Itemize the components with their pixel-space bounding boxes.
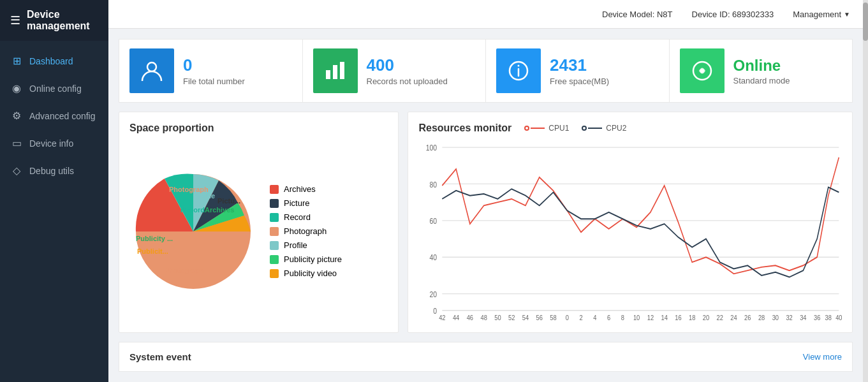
stat-card-records: 400 Records not uploaded — [303, 40, 487, 102]
pie-svg-wrap: Archives Profile Photograph Pictu... Rec… — [129, 168, 257, 295]
records-value: 400 — [367, 55, 448, 75]
svg-text:44: 44 — [453, 313, 459, 321]
legend-dot-publicity-video — [270, 269, 279, 278]
scrollbar-thumb[interactable] — [863, 3, 868, 41]
svg-text:30: 30 — [772, 313, 779, 321]
legend-dot-archives — [270, 185, 279, 194]
sidebar-item-label: Device info — [29, 138, 73, 149]
legend-cpu2: CPU2 — [582, 124, 626, 133]
svg-text:8: 8 — [621, 313, 624, 321]
sidebar-item-debug-utils[interactable]: ◇ Debug utils — [0, 157, 108, 184]
line-chart-svg: 100 80 60 40 20 0 42 44 46 48 50 — [418, 139, 842, 322]
svg-text:48: 48 — [481, 313, 487, 321]
main-area: Device Model: N8T Device ID: 689302333 M… — [108, 0, 863, 382]
legend-archives: Archives — [270, 184, 342, 194]
svg-text:14: 14 — [661, 313, 668, 321]
sidebar-item-online-config[interactable]: ◉ Online config — [0, 75, 108, 102]
cpu1-dot — [524, 126, 529, 131]
stats-row: 0 File total number 400 Records not uplo… — [119, 39, 853, 103]
app-title: Device management — [27, 9, 98, 32]
svg-text:40: 40 — [836, 313, 842, 321]
sidebar: ☰ Device management ⊞ Dashboard ◉ Online… — [0, 0, 108, 382]
device-id: Device ID: 689302333 — [692, 10, 774, 19]
stat-card-file-total: 0 File total number — [119, 40, 303, 102]
legend-label-publicity-picture: Publicity picture — [284, 254, 342, 264]
svg-text:80: 80 — [430, 179, 438, 188]
svg-text:52: 52 — [508, 313, 515, 321]
management-label: Management — [793, 10, 841, 19]
legend-label-photograph: Photograph — [284, 226, 327, 236]
legend-dot-picture — [270, 199, 279, 208]
svg-text:56: 56 — [536, 313, 543, 321]
svg-point-6 — [518, 65, 520, 67]
svg-text:42: 42 — [439, 313, 446, 321]
legend-publicity-picture: Publicity picture — [270, 254, 342, 264]
cpu1-label: CPU1 — [548, 124, 569, 133]
sidebar-item-dashboard[interactable]: ⊞ Dashboard — [0, 47, 108, 75]
free-space-label: Free space(MB) — [550, 77, 609, 86]
svg-text:20: 20 — [703, 313, 709, 321]
svg-text:12: 12 — [647, 313, 654, 321]
management-dropdown[interactable]: Management ▼ — [793, 10, 850, 19]
svg-text:6: 6 — [607, 313, 610, 321]
view-more-link[interactable]: View more — [803, 352, 842, 362]
legend-dot-profile — [270, 241, 279, 250]
sidebar-item-label: Advanced config — [29, 111, 96, 121]
svg-text:36: 36 — [814, 313, 820, 321]
svg-text:40: 40 — [430, 253, 438, 261]
pie-container: Archives Profile Photograph Pictu... Rec… — [129, 140, 388, 322]
pie-chart-card: Space proportion — [119, 112, 399, 333]
system-event-row: System event View more — [119, 342, 853, 372]
debug-utils-icon: ◇ — [10, 165, 23, 177]
svg-text:54: 54 — [522, 313, 529, 321]
legend-dot-publicity-picture — [270, 255, 279, 264]
pie-legend: Archives Picture Record Photograph — [270, 184, 342, 278]
records-icon-box — [313, 48, 358, 93]
svg-text:4: 4 — [594, 313, 597, 321]
hamburger-icon[interactable]: ☰ — [10, 13, 20, 27]
file-total-icon-box — [129, 48, 174, 93]
device-model: Device Model: N8T — [602, 10, 673, 19]
svg-text:20: 20 — [430, 290, 438, 298]
sidebar-item-label: Online config — [29, 84, 82, 94]
cpu2-dot — [582, 126, 587, 131]
line-chart-title: Resources monitor — [418, 122, 511, 134]
online-config-icon: ◉ — [10, 82, 23, 94]
user-icon — [140, 59, 164, 83]
legend-label-publicity-video: Publicity video — [284, 268, 337, 278]
system-event-title: System event — [129, 351, 191, 362]
file-total-info: 0 File total number — [183, 55, 245, 86]
dropdown-arrow-icon: ▼ — [844, 11, 850, 18]
cpu1-line-color — [531, 128, 545, 129]
free-space-info: 2431 Free space(MB) — [550, 55, 609, 86]
svg-rect-1 — [326, 70, 330, 79]
legend-dot-photograph — [270, 227, 279, 236]
bar-chart-icon — [323, 59, 348, 83]
legend-label-archives: Archives — [284, 184, 316, 194]
sidebar-nav: ⊞ Dashboard ◉ Online config ⚙ Advanced c… — [0, 47, 108, 184]
records-info: 400 Records not uploaded — [367, 55, 448, 86]
online-icon-box — [680, 48, 725, 93]
svg-text:58: 58 — [550, 313, 557, 321]
legend-cpu1: CPU1 — [524, 124, 569, 133]
sidebar-item-device-info[interactable]: ▭ Device info — [0, 129, 108, 157]
svg-text:32: 32 — [786, 313, 793, 321]
svg-text:50: 50 — [495, 313, 501, 321]
legend-label-profile: Profile — [284, 240, 307, 250]
svg-text:18: 18 — [689, 313, 696, 321]
svg-text:46: 46 — [467, 313, 473, 321]
cpu2-line-color — [588, 128, 602, 129]
svg-text:28: 28 — [758, 313, 765, 321]
link-icon — [690, 59, 714, 83]
legend-record: Record — [270, 212, 342, 222]
online-label: Standard mode — [733, 76, 790, 85]
stat-card-free-space: 2431 Free space(MB) — [486, 40, 670, 102]
scrollbar-track[interactable] — [863, 0, 868, 382]
sidebar-item-label: Debug utils — [29, 166, 74, 176]
legend-publicity-video: Publicity video — [270, 268, 342, 278]
sidebar-item-advanced-config[interactable]: ⚙ Advanced config — [0, 102, 108, 129]
svg-point-0 — [147, 62, 156, 71]
svg-text:24: 24 — [731, 313, 737, 321]
online-info: Online Standard mode — [733, 57, 790, 85]
pie-chart-title: Space proportion — [129, 122, 388, 134]
